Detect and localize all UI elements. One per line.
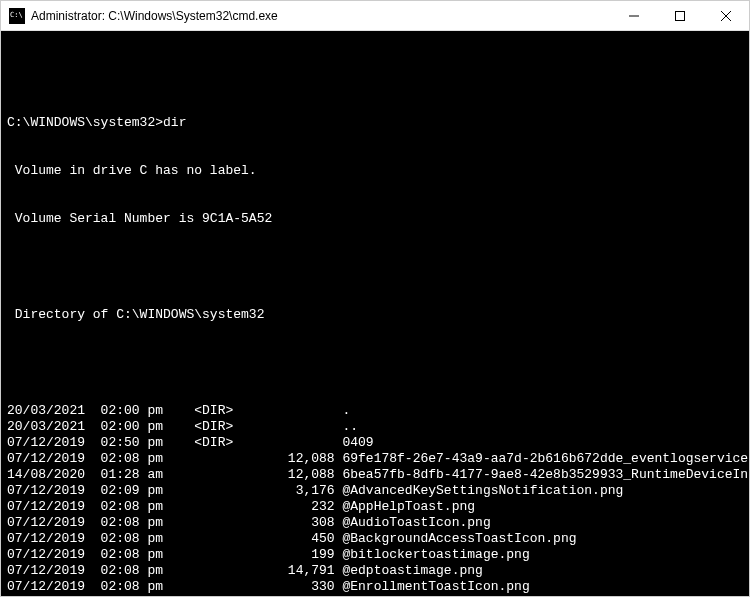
listing-row: 07/12/2019 02:08 pm 450 @BackgroundAcces… xyxy=(7,531,743,547)
cmd-window: Administrator: C:\Windows\System32\cmd.e… xyxy=(0,0,750,597)
listing-row: 14/08/2020 01:28 am 12,088 6bea57fb-8dfb… xyxy=(7,467,743,483)
window-controls xyxy=(611,1,749,30)
listing-row: 20/03/2021 02:00 pm <DIR> .. xyxy=(7,419,743,435)
close-button[interactable] xyxy=(703,1,749,30)
listing-row: 07/12/2019 02:08 pm 308 @AudioToastIcon.… xyxy=(7,515,743,531)
volume-line: Volume in drive C has no label. xyxy=(7,163,743,179)
listing-row: 07/12/2019 02:50 pm <DIR> 0409 xyxy=(7,435,743,451)
blank-line xyxy=(7,355,743,371)
listing-row: 07/12/2019 02:08 pm 330 @EnrollmentToast… xyxy=(7,579,743,595)
maximize-button[interactable] xyxy=(657,1,703,30)
directory-line: Directory of C:\WINDOWS\system32 xyxy=(7,307,743,323)
listing-row: 20/03/2021 02:00 pm <DIR> . xyxy=(7,403,743,419)
blank-line xyxy=(7,67,743,83)
listing-row: 07/12/2019 02:09 pm 3,176 @AdvancedKeySe… xyxy=(7,483,743,499)
window-title: Administrator: C:\Windows\System32\cmd.e… xyxy=(31,9,611,23)
listing-row: 07/12/2019 02:08 pm 12,088 69fe178f-26e7… xyxy=(7,451,743,467)
titlebar[interactable]: Administrator: C:\Windows\System32\cmd.e… xyxy=(1,1,749,31)
prompt: C:\WINDOWS\system32> xyxy=(7,115,163,130)
cmd-icon xyxy=(9,8,25,24)
serial-line: Volume Serial Number is 9C1A-5A52 xyxy=(7,211,743,227)
listing-rows: 20/03/2021 02:00 pm <DIR> .20/03/2021 02… xyxy=(7,403,743,596)
terminal-output[interactable]: C:\WINDOWS\system32>dir Volume in drive … xyxy=(1,31,749,596)
listing-row: 07/12/2019 02:08 pm 199 @bitlockertoasti… xyxy=(7,547,743,563)
command: dir xyxy=(163,115,186,130)
minimize-button[interactable] xyxy=(611,1,657,30)
listing-row: 07/12/2019 02:08 pm 232 @AppHelpToast.pn… xyxy=(7,499,743,515)
prompt-line: C:\WINDOWS\system32>dir xyxy=(7,115,743,131)
svg-rect-1 xyxy=(676,11,685,20)
listing-row: 07/12/2019 02:09 pm 563 @language_notifi… xyxy=(7,595,743,596)
listing-row: 07/12/2019 02:08 pm 14,791 @edptoastimag… xyxy=(7,563,743,579)
blank-line xyxy=(7,259,743,275)
